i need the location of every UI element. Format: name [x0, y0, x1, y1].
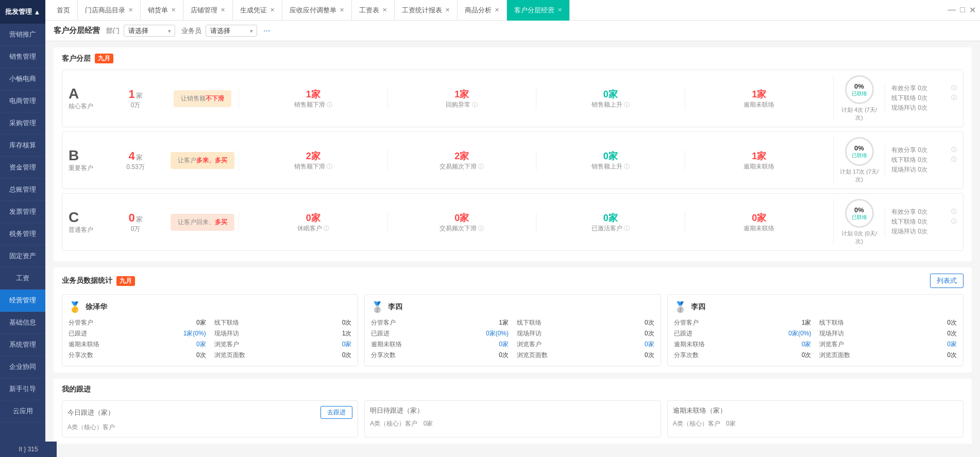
agent-share-2: 分享次数 0次 [674, 351, 812, 360]
agent-filter: 业务员 请选择 [181, 25, 257, 37]
sidebar-item-8[interactable]: 发票管理 [0, 201, 45, 223]
side-info-icon-1-2[interactable]: ⓘ [951, 156, 957, 164]
tab-close-icon-4[interactable]: ✕ [270, 7, 275, 13]
info-icon-2-2[interactable]: ⓘ [478, 225, 484, 232]
info-icon-1-2[interactable]: ⓘ [478, 163, 484, 171]
tier-slogan-1: 让客户多来、多买 [166, 152, 239, 169]
tab-4[interactable]: 生成凭证✕ [233, 0, 282, 21]
agent-followed-2: 已跟进 0家(0%) [674, 329, 812, 338]
tab-close-icon-9[interactable]: ✕ [557, 7, 562, 13]
sidebar-item-4[interactable]: 采购管理 [0, 112, 45, 134]
agent-browse-val-0[interactable]: 0家 [342, 340, 352, 349]
info-icon-0-1[interactable]: ⓘ [327, 101, 332, 109]
circle-plan-0: 计划 4次 (7天/次) [838, 106, 881, 122]
side-info-icon-0-1[interactable]: ⓘ [951, 84, 957, 93]
agent-managed-val-0: 0家 [196, 318, 206, 327]
agent-visit-1: 现场拜访 0次 [517, 329, 654, 338]
agent-overdue-val-2[interactable]: 0家 [802, 340, 812, 349]
sidebar-item-12[interactable]: 经营管理 [0, 290, 45, 312]
tab-7[interactable]: 工资统计报表✕ [395, 0, 458, 21]
agent-managed-0: 分管客户 0家 [69, 318, 206, 327]
sidebar-item-16[interactable]: 新手引导 [0, 378, 45, 400]
tier-letter-2: C [69, 210, 105, 225]
overdue-follow-title: 逾期未联络（家） [673, 406, 958, 415]
agent-offline-label-2: 线下联络 [819, 318, 844, 327]
sidebar-item-14[interactable]: 系统管理 [0, 334, 45, 356]
sidebar-header[interactable]: 批发管理 ▲ [0, 0, 45, 24]
sidebar-item-1[interactable]: 销售管理 [0, 46, 45, 68]
tier-side-stats-1: 有效分享 0次 ⓘ 线下联络 0次 ⓘ 现场拜访 0次 [885, 146, 957, 175]
tab-close-icon-1[interactable]: ✕ [128, 7, 133, 13]
tab-1[interactable]: 门店商品目录✕ [78, 0, 141, 21]
sidebar-item-11[interactable]: 工资 [0, 267, 45, 290]
tab-8[interactable]: 商品分析✕ [458, 0, 507, 21]
sidebar-item-9[interactable]: 税务管理 [0, 223, 45, 245]
tier-stat2-label-2: 交易频次下滑 ⓘ [392, 224, 532, 233]
tab-close-icon-3[interactable]: ✕ [221, 7, 225, 13]
tab-close-icon-5[interactable]: ✕ [340, 7, 344, 13]
tab-0[interactable]: 首页 [49, 0, 78, 21]
side-info-icon-0-2[interactable]: ⓘ [951, 94, 957, 103]
agent-managed-2: 分管客户 1家 [674, 318, 812, 327]
agent-overdue-val-0[interactable]: 0家 [196, 340, 206, 349]
tier-stat3-1: 0家 销售额上升 ⓘ [536, 150, 685, 171]
sidebar-item-5[interactable]: 库存核算 [0, 134, 45, 157]
side-info-icon-1-1[interactable]: ⓘ [951, 146, 957, 155]
tab-close-icon-7[interactable]: ✕ [445, 7, 450, 13]
sidebar-item-6[interactable]: 资金管理 [0, 157, 45, 179]
tab-2[interactable]: 销货单✕ [141, 0, 183, 21]
circle-plan-1: 计划 17次 (7天/次) [838, 168, 881, 183]
agent-followed-val-0[interactable]: 1家(0%) [183, 329, 206, 338]
window-minimize-icon[interactable]: — [948, 5, 956, 15]
agent-overdue-1: 逾期未联络 0家 [371, 340, 509, 349]
agent-followed-val-2[interactable]: 0家(0%) [788, 329, 811, 338]
info-icon-0-2[interactable]: ⓘ [472, 101, 478, 109]
tab-6[interactable]: 工资表✕ [352, 0, 395, 21]
sidebar-item-10[interactable]: 固定资产 [0, 245, 45, 267]
agent-overdue-val-1[interactable]: 0家 [499, 340, 509, 349]
more-options-button[interactable]: ··· [263, 26, 270, 36]
sidebar-item-15[interactable]: 企业协同 [0, 356, 45, 378]
tier-stat2-label-1: 交易频次下滑 ⓘ [392, 162, 532, 171]
agent-badge-0: 🥇 [69, 301, 81, 313]
tab-5[interactable]: 应收应付调整单✕ [282, 0, 352, 21]
tier-stat4-num-0: 1家 [689, 88, 830, 100]
agent-followed-val-1[interactable]: 0家(0%) [486, 329, 509, 338]
agent-followed-0: 已跟进 1家(0%) [69, 329, 206, 338]
circle-sub-1: 已联络 [852, 152, 867, 159]
sidebar-item-7[interactable]: 总账管理 [0, 179, 45, 201]
tab-9[interactable]: 客户分层经营✕ [507, 0, 570, 21]
dept-label: 部门 [106, 26, 120, 36]
window-maximize-icon[interactable]: □ [960, 5, 965, 15]
go-follow-button[interactable]: 去跟进 [320, 406, 352, 419]
tier-count-2: 0 家 0万 [105, 211, 166, 233]
info-icon-2-3[interactable]: ⓘ [624, 225, 630, 232]
agent-browse-val-2[interactable]: 0家 [947, 340, 957, 349]
tab-close-icon-6[interactable]: ✕ [382, 7, 387, 13]
tier-stat4-1: 1家 逾期未联络 [685, 150, 834, 171]
agent-select[interactable]: 请选择 [206, 25, 257, 37]
sidebar-item-0[interactable]: 营销推广 [0, 24, 45, 46]
dept-select[interactable]: 请选择 [124, 25, 175, 37]
tab-close-icon-2[interactable]: ✕ [171, 7, 176, 13]
tab-3[interactable]: 店铺管理✕ [183, 0, 233, 21]
agent-managed-label-2: 分管客户 [674, 318, 699, 327]
tier-stat2-0: 1家 回购异常 ⓘ [387, 88, 536, 109]
agent-browse-val-1[interactable]: 0家 [645, 340, 654, 349]
list-view-button[interactable]: 列表式 [930, 274, 964, 288]
side-info-icon-2-1[interactable]: ⓘ [951, 208, 957, 216]
tab-close-icon-8[interactable]: ✕ [495, 7, 499, 13]
agent-visit-label-2: 现场拜访 [819, 329, 844, 338]
side-offline-1: 线下联络 0次 ⓘ [891, 156, 957, 164]
info-icon-2-1[interactable]: ⓘ [324, 225, 329, 232]
info-icon-1-1[interactable]: ⓘ [327, 163, 332, 171]
info-icon-1-3[interactable]: ⓘ [624, 163, 630, 171]
sidebar-item-13[interactable]: 基础信息 [0, 312, 45, 334]
agent-visit-val-0: 1次 [342, 329, 352, 338]
sidebar-item-17[interactable]: 云应用 [0, 400, 45, 422]
side-info-icon-2-2[interactable]: ⓘ [951, 217, 957, 226]
info-icon-0-3[interactable]: ⓘ [624, 101, 630, 109]
window-close-icon[interactable]: ✕ [969, 5, 976, 15]
sidebar-item-3[interactable]: 电商管理 [0, 90, 45, 112]
sidebar-item-2[interactable]: 小畅电商 [0, 68, 45, 90]
